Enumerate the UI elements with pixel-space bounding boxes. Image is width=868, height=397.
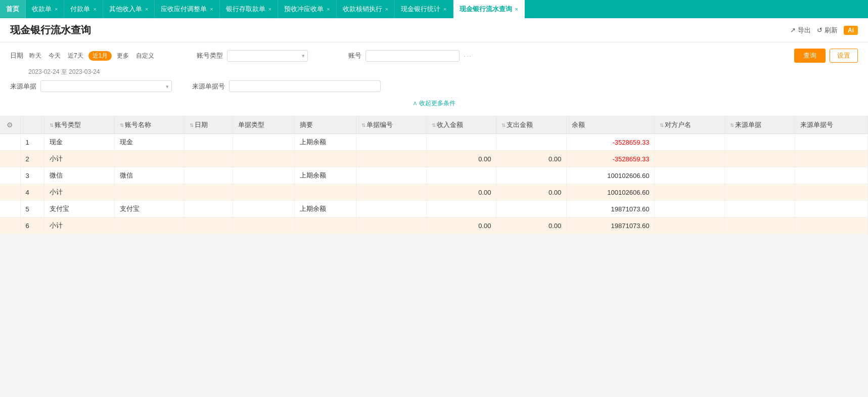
- date-btn-yesterday[interactable]: 昨天: [27, 51, 43, 61]
- date-btn-more[interactable]: 更多: [115, 51, 131, 61]
- page-header: 现金银行流水查询 ↗ 导出 ↺ 刷新 Ai: [0, 18, 868, 42]
- row-account-type: 现金: [44, 134, 114, 151]
- account-type-select-wrapper: 现金 微信 支付宝: [227, 50, 308, 62]
- table-body: 1 现金 现金 上期余额 -3528659.33 2 小计 0.00 0.00 …: [0, 134, 868, 234]
- date-btn-7days[interactable]: 近7天: [66, 51, 85, 61]
- nav-tab-cash-stats-close[interactable]: ×: [443, 6, 446, 12]
- nav-tab-prepaid-offset-close[interactable]: ×: [327, 6, 330, 12]
- nav-tab-cash-stats[interactable]: 现金银行统计 ×: [395, 0, 453, 18]
- nav-tab-bank-deposit-close[interactable]: ×: [268, 6, 271, 12]
- nav-tab-collection-exec[interactable]: 收款核销执行 ×: [337, 0, 395, 18]
- row-doc-no: [356, 167, 426, 184]
- row-doc-type: [233, 167, 294, 184]
- col-doc-type: 单据类型: [233, 116, 294, 134]
- account-more-btn[interactable]: ···: [464, 52, 472, 60]
- col-date[interactable]: ⇅日期: [185, 116, 233, 134]
- date-btn-today[interactable]: 今天: [47, 51, 63, 61]
- date-btn-custom[interactable]: 自定义: [134, 51, 156, 61]
- nav-tab-cash-flow[interactable]: 现金银行流水查询 ×: [453, 0, 525, 18]
- col-rownum: [20, 116, 44, 134]
- table-container: ⚙ ⇅账号类型 ⇅账号名称 ⇅日期 单据类型 摘要 ⇅单据编号 ⇅收入金额 ⇅支…: [0, 116, 868, 234]
- row-num: 3: [20, 167, 44, 184]
- page-title: 现金银行流水查询: [10, 23, 91, 37]
- nav-tab-receipt[interactable]: 收款单 ×: [26, 0, 64, 18]
- nav-tab-cash-flow-close[interactable]: ×: [515, 6, 518, 12]
- source-doc-num-input[interactable]: [229, 80, 381, 92]
- data-table: ⚙ ⇅账号类型 ⇅账号名称 ⇅日期 单据类型 摘要 ⇅单据编号 ⇅收入金额 ⇅支…: [0, 116, 868, 234]
- nav-tab-cash-flow-label: 现金银行流水查询: [460, 5, 512, 14]
- account-input[interactable]: [366, 50, 460, 62]
- col-source-doc-no: 来源单据号: [795, 116, 868, 134]
- col-source-doc[interactable]: ⇅来源单据: [725, 116, 795, 134]
- row-doc-type: [233, 201, 294, 217]
- row-num: 2: [20, 151, 44, 167]
- nav-tab-receipt-close[interactable]: ×: [55, 6, 58, 12]
- query-button[interactable]: 查询: [794, 49, 826, 63]
- row-expense: 0.00: [496, 151, 567, 167]
- settings-button[interactable]: 设置: [830, 49, 858, 63]
- row-summary: [294, 217, 356, 234]
- nav-tab-ar-ap-adjust[interactable]: 应收应付调整单 ×: [155, 0, 219, 18]
- col-doc-no[interactable]: ⇅单据编号: [356, 116, 426, 134]
- row-counterpart: [655, 201, 725, 217]
- row-doc-no: [356, 201, 426, 217]
- date-btn-1month[interactable]: 近1月: [88, 51, 112, 61]
- refresh-button[interactable]: ↺ 刷新: [817, 26, 838, 35]
- nav-tab-payment[interactable]: 付款单 ×: [64, 0, 103, 18]
- row-summary: 上期余额: [294, 134, 356, 151]
- export-button[interactable]: ↗ 导出: [790, 26, 811, 35]
- date-range-text: 2023-02-24 至 2023-03-24: [28, 68, 100, 75]
- nav-tab-collection-exec-label: 收款核销执行: [343, 5, 382, 14]
- collapse-bar[interactable]: ∧ 收起更多条件: [10, 97, 858, 110]
- export-label: 导出: [798, 26, 811, 35]
- nav-home[interactable]: 首页: [0, 0, 26, 18]
- row-date: [185, 151, 233, 167]
- nav-tab-collection-exec-close[interactable]: ×: [385, 6, 388, 12]
- row-num: 5: [20, 201, 44, 217]
- row-num: 1: [20, 134, 44, 151]
- col-counterpart[interactable]: ⇅对方户名: [655, 116, 725, 134]
- col-account-name[interactable]: ⇅账号名称: [114, 116, 185, 134]
- nav-tab-prepaid-offset[interactable]: 预收冲应收单 ×: [278, 0, 336, 18]
- row-account-type: 微信: [44, 167, 114, 184]
- row-doc-no: [356, 184, 426, 201]
- refresh-icon: ↺: [817, 26, 823, 34]
- filter-row-1: 日期 昨天 今天 近7天 近1月 更多 自定义 账号类型 现金 微信 支付宝: [10, 49, 858, 63]
- row-summary: [294, 151, 356, 167]
- row-doc-type: [233, 184, 294, 201]
- col-expense[interactable]: ⇅支出金额: [496, 116, 567, 134]
- row-account-type: 小计: [44, 217, 114, 234]
- table-row: 6 小计 0.00 0.00 19871073.60: [0, 217, 868, 234]
- col-summary: 摘要: [294, 116, 356, 134]
- source-doc-select[interactable]: [40, 80, 172, 92]
- row-doc-type: [233, 134, 294, 151]
- row-account-name: 支付宝: [114, 201, 185, 217]
- nav-tab-other-income[interactable]: 其他收入单 ×: [103, 0, 155, 18]
- nav-tab-payment-close[interactable]: ×: [93, 6, 96, 12]
- row-doc-no: [356, 134, 426, 151]
- row-source-doc-no: [795, 184, 868, 201]
- col-income[interactable]: ⇅收入金额: [426, 116, 496, 134]
- row-counterpart: [655, 184, 725, 201]
- row-source-doc: [725, 217, 795, 234]
- table-settings-icon[interactable]: ⚙: [7, 121, 13, 129]
- col-account-type[interactable]: ⇅账号类型: [44, 116, 114, 134]
- collapse-icon: ∧: [413, 100, 419, 107]
- row-source-doc: [725, 184, 795, 201]
- account-filter-group: 账号 ···: [348, 50, 472, 62]
- nav-tab-ar-ap-adjust-close[interactable]: ×: [210, 6, 213, 12]
- action-buttons: 查询 设置: [794, 49, 858, 63]
- nav-tab-other-income-close[interactable]: ×: [145, 6, 148, 12]
- row-source-doc-no: [795, 201, 868, 217]
- nav-tab-receipt-label: 收款单: [32, 5, 52, 14]
- account-type-select[interactable]: 现金 微信 支付宝: [227, 50, 308, 62]
- row-num: 4: [20, 184, 44, 201]
- source-doc-num-label: 来源单据号: [192, 82, 225, 91]
- row-gear-cell: [0, 134, 20, 151]
- nav-tab-bank-deposit[interactable]: 银行存取款单 ×: [220, 0, 278, 18]
- row-balance: 100102606.60: [567, 184, 655, 201]
- ai-badge[interactable]: Ai: [844, 26, 858, 35]
- row-doc-no: [356, 217, 426, 234]
- account-label: 账号: [348, 51, 361, 60]
- date-filter-group: 日期 昨天 今天 近7天 近1月 更多 自定义: [10, 51, 156, 61]
